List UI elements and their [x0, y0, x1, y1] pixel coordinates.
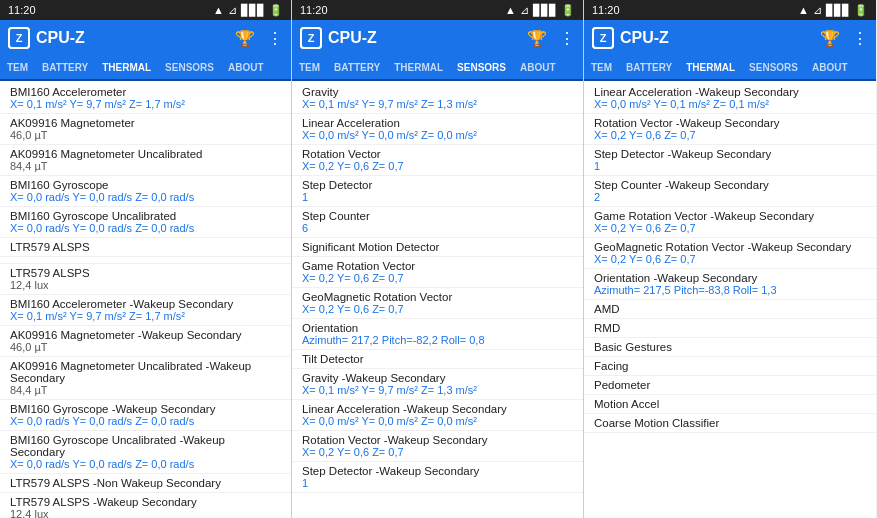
sensor-value: X= 0,0 rad/s Y= 0,0 rad/s Z= 0,0 rad/s — [10, 415, 281, 427]
sensor-value: X= 0,1 m/s² Y= 9,7 m/s² Z= 1,3 m/s² — [302, 98, 573, 110]
sensor-name: Orientation -Wakeup Secondary — [594, 272, 866, 284]
sensor-item: Pedometer — [584, 376, 876, 395]
sensor-item: AK09916 Magnetometer Uncalibrated -Wakeu… — [0, 357, 291, 400]
panel-0: 11:20 ▲ ⊿ ▊▊▊ 🔋 Z CPU-Z 🏆 — [0, 0, 292, 518]
sensor-item: Step Counter6 — [292, 207, 583, 238]
sensor-item: AMD — [584, 300, 876, 319]
menu-icon[interactable]: ⋮ — [852, 29, 868, 48]
tab-thermal[interactable]: THERMAL — [679, 56, 742, 81]
sensor-name: Step Counter -Wakeup Secondary — [594, 179, 866, 191]
sensor-name: Game Rotation Vector -Wakeup Secondary — [594, 210, 866, 222]
sensor-item: Orientation -Wakeup SecondaryAzimuth= 21… — [584, 269, 876, 300]
sensor-value: X= 0,1 m/s² Y= 9,7 m/s² Z= 1,3 m/s² — [302, 384, 573, 396]
sensor-name: Rotation Vector — [302, 148, 573, 160]
tab-thermal[interactable]: THERMAL — [387, 56, 450, 81]
sensor-item: Coarse Motion Classifier — [584, 414, 876, 433]
sensor-list: BMI160 AccelerometerX= 0,1 m/s² Y= 9,7 m… — [0, 81, 291, 518]
sensor-value: 12,4 lux — [10, 508, 281, 518]
tab-tem[interactable]: TEM — [0, 56, 35, 81]
sensor-item: BMI160 AccelerometerX= 0,1 m/s² Y= 9,7 m… — [0, 83, 291, 114]
sensor-name: AMD — [594, 303, 866, 315]
sensor-name: Game Rotation Vector — [302, 260, 573, 272]
app-title: CPU-Z — [328, 29, 377, 47]
sensor-list: GravityX= 0,1 m/s² Y= 9,7 m/s² Z= 1,3 m/… — [292, 81, 583, 518]
sensor-value: X= 0,0 rad/s Y= 0,0 rad/s Z= 0,0 rad/s — [10, 191, 281, 203]
tab-sensors[interactable]: SENSORS — [450, 56, 513, 81]
app-header-left: Z CPU-Z — [592, 27, 669, 49]
tab-about[interactable]: ABOUT — [221, 56, 271, 81]
sensor-name: AK09916 Magnetometer -Wakeup Secondary — [10, 329, 281, 341]
sensor-value: X= 0,0 rad/s Y= 0,0 rad/s Z= 0,0 rad/s — [10, 458, 281, 470]
sensor-item: LTR579 ALSPS -Non Wakeup Secondary — [0, 474, 291, 493]
trophy-icon[interactable]: 🏆 — [820, 29, 840, 48]
tab-battery[interactable]: BATTERY — [327, 56, 387, 81]
app-header-left: Z CPU-Z — [8, 27, 85, 49]
tab-sensors[interactable]: SENSORS — [742, 56, 805, 81]
trophy-icon[interactable]: 🏆 — [527, 29, 547, 48]
sensor-item: Rotation Vector -Wakeup SecondaryX= 0,2 … — [584, 114, 876, 145]
sensor-item: GravityX= 0,1 m/s² Y= 9,7 m/s² Z= 1,3 m/… — [292, 83, 583, 114]
tab-tem[interactable]: TEM — [584, 56, 619, 81]
tab-bar: TEMBATTERYTHERMALSENSORSABOUT — [584, 56, 876, 81]
sensor-item: BMI160 Gyroscope Uncalibrated -Wakeup Se… — [0, 431, 291, 474]
panel-1: 11:20 ▲ ⊿ ▊▊▊ 🔋 Z CPU-Z 🏆 — [292, 0, 584, 518]
sensor-value: X= 0,1 m/s² Y= 9,7 m/s² Z= 1,7 m/s² — [10, 310, 281, 322]
tab-about[interactable]: ABOUT — [513, 56, 563, 81]
tab-battery[interactable]: BATTERY — [619, 56, 679, 81]
sensor-item: OrientationAzimuth= 217,2 Pitch=-82,2 Ro… — [292, 319, 583, 350]
app-title: CPU-Z — [620, 29, 669, 47]
tab-battery[interactable]: BATTERY — [35, 56, 95, 81]
sensor-name: BMI160 Gyroscope Uncalibrated — [10, 210, 281, 222]
sensor-item: Linear Acceleration -Wakeup SecondaryX= … — [584, 83, 876, 114]
sensor-name: Significant Motion Detector — [302, 241, 573, 253]
svg-text:Z: Z — [16, 32, 23, 44]
sensor-value: Azimuth= 217,5 Pitch=-83,8 Roll= 1,3 — [594, 284, 866, 296]
sensor-name: RMD — [594, 322, 866, 334]
sensor-name: LTR579 ALSPS -Wakeup Secondary — [10, 496, 281, 508]
app-header-right: 🏆 ⋮ — [820, 29, 868, 48]
cpu-z-logo: Z — [300, 27, 322, 49]
sensor-item: Step Detector -Wakeup Secondary1 — [584, 145, 876, 176]
sensor-value: 1 — [594, 160, 866, 172]
sensor-item: BMI160 GyroscopeX= 0,0 rad/s Y= 0,0 rad/… — [0, 176, 291, 207]
sensor-name: Gravity -Wakeup Secondary — [302, 372, 573, 384]
trophy-icon[interactable]: 🏆 — [235, 29, 255, 48]
sensor-item: Gravity -Wakeup SecondaryX= 0,1 m/s² Y= … — [292, 369, 583, 400]
sensor-value: X= 0,2 Y= 0,6 Z= 0,7 — [302, 272, 573, 284]
sensor-item: Game Rotation Vector -Wakeup SecondaryX=… — [584, 207, 876, 238]
sensor-name: BMI160 Accelerometer — [10, 86, 281, 98]
sensor-name: Linear Acceleration -Wakeup Secondary — [594, 86, 866, 98]
tab-tem[interactable]: TEM — [292, 56, 327, 81]
sensor-value: 2 — [594, 191, 866, 203]
sensor-item: AK09916 Magnetometer Uncalibrated84,4 µT — [0, 145, 291, 176]
sensor-name: LTR579 ALSPS — [10, 241, 281, 253]
sensor-value: X= 0,1 m/s² Y= 9,7 m/s² Z= 1,7 m/s² — [10, 98, 281, 110]
menu-icon[interactable]: ⋮ — [559, 29, 575, 48]
app-header: Z CPU-Z 🏆 ⋮ — [584, 20, 876, 56]
sensor-value: Azimuth= 217,2 Pitch=-82,2 Roll= 0,8 — [302, 334, 573, 346]
tab-about[interactable]: ABOUT — [805, 56, 855, 81]
status-icons: ▲ ⊿ ▊▊▊ 🔋 — [798, 4, 868, 17]
sensor-item: Step Counter -Wakeup Secondary2 — [584, 176, 876, 207]
svg-text:Z: Z — [600, 32, 607, 44]
sensor-item: Linear AccelerationX= 0,0 m/s² Y= 0,0 m/… — [292, 114, 583, 145]
cpu-z-logo-icon: Z — [300, 27, 322, 49]
sensor-item: Tilt Detector — [292, 350, 583, 369]
sensor-name: AK09916 Magnetometer Uncalibrated -Wakeu… — [10, 360, 281, 384]
sensor-item: LTR579 ALSPS12,4 lux — [0, 264, 291, 295]
panel-2: 11:20 ▲ ⊿ ▊▊▊ 🔋 Z CPU-Z 🏆 — [584, 0, 876, 518]
sensor-name: Step Detector — [302, 179, 573, 191]
app-header-left: Z CPU-Z — [300, 27, 377, 49]
sensor-value: X= 0,2 Y= 0,6 Z= 0,7 — [594, 222, 866, 234]
cpu-z-logo-icon: Z — [8, 27, 30, 49]
tab-thermal[interactable]: THERMAL — [95, 56, 158, 81]
sensor-name: Rotation Vector -Wakeup Secondary — [302, 434, 573, 446]
sensor-value: X= 0,0 rad/s Y= 0,0 rad/s Z= 0,0 rad/s — [10, 222, 281, 234]
sensor-name: AK09916 Magnetometer Uncalibrated — [10, 148, 281, 160]
tab-sensors[interactable]: SENSORS — [158, 56, 221, 81]
app-header-right: 🏆 ⋮ — [527, 29, 575, 48]
sensor-value: X= 0,2 Y= 0,6 Z= 0,7 — [302, 160, 573, 172]
sensor-item — [0, 257, 291, 264]
menu-icon[interactable]: ⋮ — [267, 29, 283, 48]
sensor-value: 1 — [302, 477, 573, 489]
